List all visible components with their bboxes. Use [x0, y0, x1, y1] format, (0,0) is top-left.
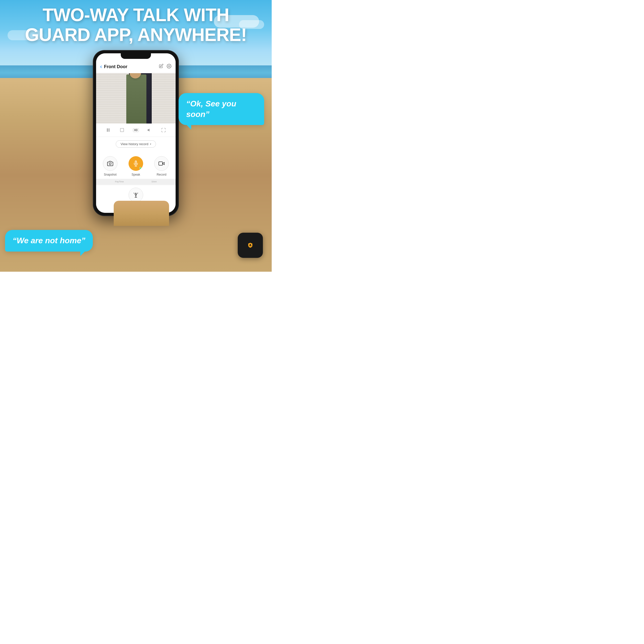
phone-screen: ‹ Front Door — [96, 53, 176, 213]
view-history-arrow: ▾ — [150, 143, 151, 145]
bubble-right: “Ok, See you soon” — [179, 93, 264, 125]
video-icon — [158, 160, 165, 167]
speak-action[interactable]: Speak — [124, 156, 147, 176]
action-buttons-row1: Snapshot Speak — [96, 151, 176, 179]
record-icon-wrap — [154, 156, 169, 171]
speak-icon-wrap — [129, 156, 143, 171]
svg-point-5 — [109, 163, 111, 165]
fullscreen-button[interactable] — [159, 126, 168, 134]
hd-button[interactable]: HD — [132, 126, 140, 134]
crop-button[interactable] — [118, 126, 126, 134]
pay-strip: PayTime Siren — [96, 179, 176, 184]
svg-rect-3 — [120, 128, 124, 132]
snapshot-action[interactable]: Snapshot — [99, 156, 122, 176]
svg-rect-7 — [159, 162, 163, 165]
view-history-button[interactable]: View history record ▾ — [116, 140, 156, 148]
pause-button[interactable] — [104, 126, 112, 134]
mic-icon — [133, 160, 139, 167]
bubble-right-text: “Ok, See you soon” — [186, 99, 236, 119]
siren-label: Siren — [151, 180, 157, 183]
svg-marker-6 — [163, 162, 164, 165]
phone-notch — [121, 53, 151, 59]
svg-rect-1 — [107, 128, 108, 132]
bubble-left: “We are not home” — [5, 230, 93, 252]
speak-active-dot — [139, 167, 141, 169]
hand-visual — [114, 201, 169, 226]
guard-logo — [247, 242, 253, 248]
snapshot-label: Snapshot — [104, 173, 117, 176]
snapshot-icon-wrap — [103, 156, 117, 171]
view-history-section: View history record ▾ — [96, 137, 176, 151]
camera-feed — [96, 73, 176, 124]
svg-point-8 — [135, 194, 137, 195]
spotlight-icon-wrap — [129, 188, 143, 202]
phone-frame: ‹ Front Door — [93, 50, 179, 216]
camera-icon — [107, 160, 113, 167]
speak-label: Speak — [132, 173, 140, 176]
hd-badge: HD — [133, 128, 139, 132]
headline: TWO-WAY TALK WITH GUARD APP, ANYWHERE! — [0, 5, 272, 45]
screen-title: Front Door — [104, 64, 158, 69]
svg-rect-2 — [108, 128, 109, 132]
video-controls-bar: HD — [96, 124, 176, 137]
app-icon — [238, 233, 263, 258]
settings-icon[interactable] — [167, 64, 172, 70]
record-label: Record — [157, 173, 167, 176]
headline-line2: GUARD APP, ANYWHERE! — [10, 25, 262, 45]
back-button[interactable]: ‹ — [100, 63, 102, 70]
phone-wrapper: ‹ Front Door — [88, 50, 184, 216]
person-body — [126, 74, 146, 124]
pay-time-label: PayTime — [115, 180, 124, 183]
svg-marker-4 — [148, 129, 150, 132]
audio-button[interactable] — [146, 126, 154, 134]
view-history-label: View history record — [120, 142, 148, 146]
spotlight-icon — [133, 192, 139, 198]
svg-point-0 — [169, 65, 170, 67]
header-icons — [158, 64, 172, 70]
edit-icon[interactable] — [158, 64, 164, 70]
headline-line1: TWO-WAY TALK WITH — [10, 5, 262, 25]
bubble-left-text: “We are not home” — [13, 236, 85, 245]
record-action[interactable]: Record — [150, 156, 173, 176]
svg-point-9 — [250, 244, 250, 245]
